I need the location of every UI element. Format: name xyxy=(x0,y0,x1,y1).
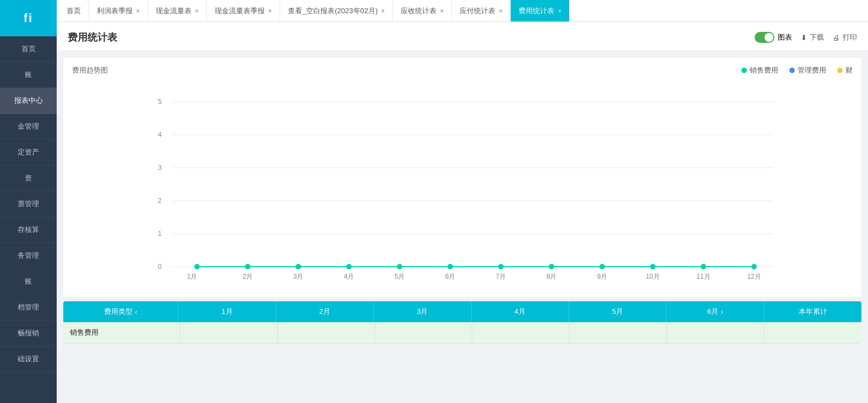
chart-container: 费用趋势图 销售费用 管理费用 财 xyxy=(63,58,861,297)
chart-toggle-wrap[interactable]: 图表 xyxy=(755,32,792,43)
legend-dot-admin xyxy=(789,68,795,73)
svg-text:3月: 3月 xyxy=(293,273,304,280)
tab-bar: 首页 利润表季报 × 现金流量表 × 现金流量表季报 × 查看_空白报表(202… xyxy=(57,0,868,22)
svg-text:8月: 8月 xyxy=(547,273,557,280)
sidebar-item-ticket[interactable]: 票管理 xyxy=(0,191,57,217)
sidebar-item-finance[interactable]: 金管理 xyxy=(0,114,57,140)
svg-point-13 xyxy=(245,264,250,269)
th-ytd: 本年累计 xyxy=(765,301,861,322)
tab-close-profit-quarter[interactable]: × xyxy=(136,7,140,15)
page-header: 费用统计表 图表 ⬇ 下载 🖨 打印 xyxy=(57,22,868,51)
th-apr: 4月 xyxy=(472,301,569,322)
sidebar-item-expense[interactable]: 畅报销 xyxy=(0,321,57,346)
svg-text:9月: 9月 xyxy=(597,273,608,280)
sidebar-item-inventory[interactable]: 存核算 xyxy=(0,217,57,243)
tab-close-receivable[interactable]: × xyxy=(440,7,444,15)
legend-sales: 销售费用 xyxy=(741,65,778,75)
table-header: 费用类型 ‹ 1月 2月 3月 4月 5月 xyxy=(63,301,861,322)
legend-dot-sales xyxy=(741,68,747,73)
svg-text:3: 3 xyxy=(158,164,162,172)
svg-point-19 xyxy=(549,264,554,269)
sidebar-item-assets[interactable]: 定资产 xyxy=(0,140,57,165)
tab-close-expense-stat[interactable]: × xyxy=(558,7,561,15)
td-feb xyxy=(278,322,375,343)
tab-home[interactable]: 首页 xyxy=(59,0,89,21)
svg-point-23 xyxy=(751,264,757,269)
svg-text:10月: 10月 xyxy=(646,273,659,280)
svg-text:6月: 6月 xyxy=(445,273,456,280)
svg-point-16 xyxy=(397,264,402,269)
next-month-arrow[interactable]: › xyxy=(720,307,723,316)
tab-profit-quarter[interactable]: 利润表季报 × xyxy=(89,0,148,21)
svg-point-21 xyxy=(650,264,656,269)
tab-expense-stat[interactable]: 费用统计表 × xyxy=(511,0,570,21)
svg-point-14 xyxy=(296,264,301,269)
chart-title: 费用趋势图 xyxy=(72,65,108,75)
legend-admin: 管理费用 xyxy=(789,65,826,75)
table-row: 销售费用 xyxy=(63,322,861,344)
svg-text:5: 5 xyxy=(158,98,162,106)
svg-point-22 xyxy=(701,264,706,269)
sidebar-logo: fi xyxy=(0,0,57,36)
svg-text:12月: 12月 xyxy=(747,273,761,280)
svg-text:7月: 7月 xyxy=(496,273,506,280)
tab-close-cashflow[interactable]: × xyxy=(195,7,199,15)
svg-text:0: 0 xyxy=(158,263,162,270)
th-jun: 6月 › xyxy=(667,301,764,322)
sidebar-item-account[interactable]: 账 xyxy=(0,62,57,88)
sidebar-item-capital[interactable]: 资 xyxy=(0,165,57,191)
th-mar: 3月 xyxy=(374,301,471,322)
tab-close-cashflow-quarter[interactable]: × xyxy=(268,7,272,15)
svg-point-17 xyxy=(447,264,453,269)
td-ytd xyxy=(765,322,861,343)
svg-point-20 xyxy=(599,264,605,269)
sidebar-item-archive[interactable]: 档管理 xyxy=(0,295,57,321)
chart-toggle[interactable] xyxy=(755,32,774,43)
page-title: 费用统计表 xyxy=(68,31,117,44)
svg-text:4: 4 xyxy=(158,131,162,139)
sidebar-item-settings[interactable]: 础设置 xyxy=(0,346,57,372)
legend-dot-finance xyxy=(837,68,843,73)
print-button[interactable]: 🖨 打印 xyxy=(833,32,857,42)
expense-table: 费用类型 ‹ 1月 2月 3月 4月 5月 xyxy=(63,301,861,344)
download-button[interactable]: ⬇ 下载 xyxy=(801,32,824,42)
svg-text:4月: 4月 xyxy=(344,273,354,280)
main-area: 首页 利润表季报 × 现金流量表 × 现金流量表季报 × 查看_空白报表(202… xyxy=(57,0,868,403)
sidebar: fi 首页 账 报表中心 金管理 定资产 资 票管理 存核算 务管理 账 档管理… xyxy=(0,0,57,403)
svg-text:11月: 11月 xyxy=(696,273,710,280)
sidebar-item-reports[interactable]: 报表中心 xyxy=(0,88,57,114)
svg-text:2月: 2月 xyxy=(243,273,253,280)
svg-text:1: 1 xyxy=(158,230,162,238)
legend-label-sales: 销售费用 xyxy=(750,65,778,75)
th-feb: 2月 xyxy=(276,301,374,322)
sidebar-item-home[interactable]: 首页 xyxy=(0,36,57,62)
sidebar-item-ledger[interactable]: 账 xyxy=(0,269,57,295)
td-type: 销售费用 xyxy=(63,322,181,343)
legend-label-admin: 管理费用 xyxy=(798,65,826,75)
td-mar xyxy=(375,322,473,343)
tab-cashflow[interactable]: 现金流量表 × xyxy=(148,0,207,21)
tab-payable[interactable]: 应付统计表 × xyxy=(452,0,511,21)
legend-finance: 财 xyxy=(837,65,853,75)
td-may xyxy=(570,322,667,343)
tab-blank-report[interactable]: 查看_空白报表(2023年02月) × xyxy=(280,0,393,21)
print-icon: 🖨 xyxy=(833,34,840,42)
sidebar-item-service[interactable]: 务管理 xyxy=(0,243,57,269)
tab-receivable[interactable]: 应收统计表 × xyxy=(393,0,452,21)
tab-close-blank-report[interactable]: × xyxy=(381,7,385,15)
th-jan: 1月 xyxy=(178,301,276,322)
svg-text:5月: 5月 xyxy=(395,273,405,280)
header-actions: 图表 ⬇ 下载 🖨 打印 xyxy=(755,32,857,43)
tab-cashflow-quarter[interactable]: 现金流量表季报 × xyxy=(207,0,280,21)
content-area: 费用统计表 图表 ⬇ 下载 🖨 打印 费用趋势图 xyxy=(57,22,868,403)
prev-month-arrow[interactable]: ‹ xyxy=(135,307,138,316)
th-type: 费用类型 ‹ xyxy=(63,301,178,322)
td-apr xyxy=(472,322,570,343)
download-icon: ⬇ xyxy=(801,34,807,42)
svg-text:2: 2 xyxy=(158,197,162,205)
chart-toggle-label: 图表 xyxy=(778,32,792,42)
tab-close-payable[interactable]: × xyxy=(499,7,503,15)
td-jun xyxy=(667,322,765,343)
th-may: 5月 xyxy=(569,301,667,322)
legend-label-finance: 财 xyxy=(845,65,853,75)
